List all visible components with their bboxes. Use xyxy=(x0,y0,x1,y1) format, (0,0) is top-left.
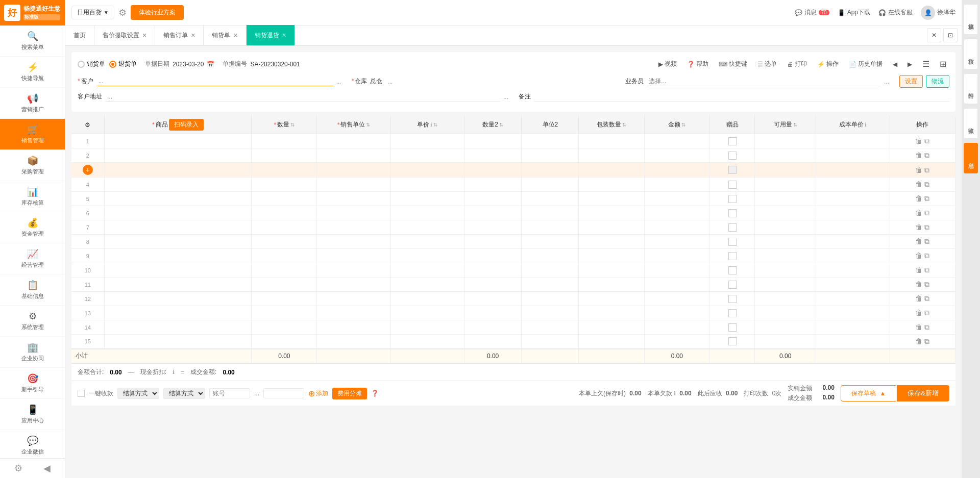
gift-checkbox-6[interactable] xyxy=(728,209,737,217)
select-btn[interactable]: ☰ 选单 xyxy=(754,59,780,69)
online-service-btn[interactable]: 🎧 在线客服 xyxy=(878,8,913,17)
history-btn[interactable]: 📄 历史单据 xyxy=(846,59,886,69)
amount-sort-icon[interactable]: ⇅ xyxy=(681,122,685,128)
view-list-btn[interactable]: ☰ xyxy=(919,58,933,70)
addr-dots-btn[interactable]: ... xyxy=(503,93,508,100)
price-sort-icon[interactable]: ⇅ xyxy=(433,122,437,128)
sidebar-item-search[interactable]: 🔍 搜索菜单 xyxy=(0,26,65,57)
gift-checkbox-10[interactable] xyxy=(728,266,737,274)
unit-sort-icon[interactable]: ⇅ xyxy=(366,122,370,128)
amount-input[interactable] xyxy=(263,388,304,398)
th-qty2[interactable]: 数量2 ⇅ xyxy=(464,116,522,134)
copy-icon-14[interactable]: ⧉ xyxy=(924,323,929,332)
copy-icon-11[interactable]: ⧉ xyxy=(924,280,929,289)
th-product[interactable]: * 商品 扫码录入 xyxy=(104,116,252,134)
remark-input[interactable] xyxy=(534,92,949,102)
pack-sort-icon[interactable]: ⇅ xyxy=(622,122,626,128)
th-qty[interactable]: * 数量 ⇅ xyxy=(252,116,317,134)
delete-icon-2[interactable]: 🗑 xyxy=(915,151,922,160)
gift-checkbox-12[interactable] xyxy=(728,295,737,303)
settings-icon[interactable]: ⚙ xyxy=(118,7,127,18)
tab-sales-order[interactable]: 销售订单 × xyxy=(155,25,204,45)
th-price[interactable]: 单价 ℹ ⇅ xyxy=(390,116,464,134)
customer-dots-btn[interactable]: ... xyxy=(336,78,341,85)
gift-checkbox-9[interactable] xyxy=(728,252,737,260)
nav-prev-btn[interactable]: ◀ xyxy=(890,60,900,69)
sidebar-item-sales[interactable]: 🛒 销售管理 xyxy=(0,119,65,150)
print-btn[interactable]: 🖨 打印 xyxy=(784,59,810,69)
video-btn[interactable]: ▶ 视频 xyxy=(655,59,680,69)
sidebar-item-appstore[interactable]: 📱 应用中心 xyxy=(0,399,65,430)
sidebar-item-enterprise[interactable]: 🏢 企业协同 xyxy=(0,337,65,368)
sidebar-item-newbie[interactable]: 🎯 新手引导 xyxy=(0,368,65,399)
shortcut-btn[interactable]: ⌨ 快捷键 xyxy=(716,59,750,69)
copy-icon-10[interactable]: ⧉ xyxy=(924,266,929,274)
delete-icon-1[interactable]: 🗑 xyxy=(915,137,922,145)
gift-checkbox-active[interactable] xyxy=(728,166,737,174)
tab-close-sales-order[interactable]: × xyxy=(191,31,195,39)
qty-sort-icon[interactable]: ⇅ xyxy=(290,122,295,128)
sidebar-item-purchase[interactable]: 📦 采购管理 xyxy=(0,150,65,181)
one-click-pay-checkbox[interactable] xyxy=(78,390,85,397)
copy-icon-8[interactable]: ⧉ xyxy=(924,237,929,246)
qty2-sort-icon[interactable]: ⇅ xyxy=(499,122,503,128)
delete-icon-10[interactable]: 🗑 xyxy=(915,266,922,274)
copy-icon-15[interactable]: ⧉ xyxy=(924,337,929,346)
nav-next-btn[interactable]: ▶ xyxy=(904,60,915,69)
copy-icon-active[interactable]: ⧉ xyxy=(924,166,929,174)
delete-icon-12[interactable]: 🗑 xyxy=(915,294,922,303)
copy-icon-7[interactable]: ⧉ xyxy=(924,223,929,232)
copy-icon-4[interactable]: ⧉ xyxy=(924,180,929,189)
sidebar-item-inventory[interactable]: 📊 库存核算 xyxy=(0,181,65,212)
copy-icon-9[interactable]: ⧉ xyxy=(924,251,929,260)
rp-attach-btn[interactable]: 附件 xyxy=(964,73,978,104)
message-btn[interactable]: 💬 消息 70 xyxy=(795,8,829,17)
delete-icon-5[interactable]: 🗑 xyxy=(915,194,922,203)
save-new-btn[interactable]: 保存&新增 xyxy=(897,385,949,401)
delete-icon-4[interactable]: 🗑 xyxy=(915,180,922,189)
copy-icon-1[interactable]: ⧉ xyxy=(924,137,929,145)
th-cost[interactable]: 成本单价 ℹ xyxy=(816,116,890,134)
operation-btn[interactable]: ⚡ 操作 xyxy=(814,59,842,69)
copy-icon-2[interactable]: ⧉ xyxy=(924,151,929,160)
fee-split-btn[interactable]: 费用分摊 xyxy=(332,388,367,399)
delete-icon-active[interactable]: 🗑 xyxy=(915,166,922,174)
tab-close-all-btn[interactable]: ✕ xyxy=(927,28,941,42)
tab-close-sales-delivery[interactable]: × xyxy=(233,31,237,39)
gift-checkbox-7[interactable] xyxy=(728,223,737,232)
sidebar-collapse-icon[interactable]: ◀ xyxy=(43,463,51,474)
copy-icon-13[interactable]: ⧉ xyxy=(924,309,929,317)
summary-select[interactable]: 结算方式 xyxy=(163,388,205,399)
gift-checkbox-8[interactable] xyxy=(728,238,737,246)
avail-sort-icon[interactable]: ⇅ xyxy=(793,122,797,128)
tab-sales-return[interactable]: 销货退货 × xyxy=(247,25,295,45)
sidebar-item-marketing[interactable]: 📢 营销推广 xyxy=(0,88,65,119)
scan-btn[interactable]: 扫码录入 xyxy=(169,119,204,131)
salesperson-input[interactable] xyxy=(647,77,881,86)
gift-checkbox-13[interactable] xyxy=(728,309,737,317)
rp-audit-btn[interactable]: 审核 xyxy=(964,39,978,69)
add-payment-btn[interactable]: ⊕ 添加 xyxy=(308,389,328,398)
tab-maximize-btn[interactable]: ⊡ xyxy=(943,28,958,42)
th-config[interactable]: ⚙ xyxy=(71,116,104,134)
delete-icon-14[interactable]: 🗑 xyxy=(915,323,922,332)
th-sales-unit[interactable]: * 销售单位 ⇅ xyxy=(317,116,390,134)
logistics-small-btn[interactable]: 物流 xyxy=(926,75,949,88)
gift-checkbox-5[interactable] xyxy=(728,195,737,203)
salesperson-dots-btn[interactable]: ... xyxy=(884,78,889,85)
sidebar-item-basic[interactable]: 📋 基础信息 xyxy=(0,274,65,306)
save-draft-btn[interactable]: 保存草稿 ▲ xyxy=(841,385,897,401)
sidebar-item-wechat[interactable]: 💬 企业微信 xyxy=(0,430,65,458)
tab-price-settings[interactable]: 售价提取设置 × xyxy=(94,25,155,45)
sidebar-item-system[interactable]: ⚙ 系统管理 xyxy=(0,306,65,337)
gift-checkbox-2[interactable] xyxy=(728,152,737,160)
industry-dropdown[interactable]: 日用百货 ▼ xyxy=(71,6,114,19)
sidebar-item-shortcut[interactable]: ⚡ 快捷导航 xyxy=(0,57,65,88)
sidebar-settings-icon[interactable]: ⚙ xyxy=(14,463,22,474)
view-grid-btn[interactable]: ⊞ xyxy=(937,58,949,70)
th-available[interactable]: 可用量 ⇅ xyxy=(755,116,816,134)
app-download-btn[interactable]: 📱 App下载 xyxy=(838,8,870,17)
tab-home[interactable]: 首页 xyxy=(65,25,94,45)
delete-icon-8[interactable]: 🗑 xyxy=(915,237,922,246)
gift-checkbox-4[interactable] xyxy=(728,181,737,189)
